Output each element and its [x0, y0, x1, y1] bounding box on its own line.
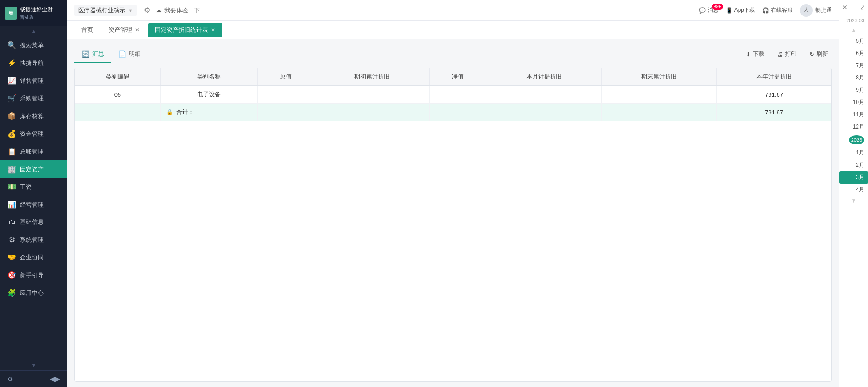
collapse-icon[interactable]: ◀▶: [50, 375, 60, 382]
sidebar-item-newbie[interactable]: 🎯 新手引导: [0, 266, 67, 284]
tab-deprreport-close[interactable]: ✕: [211, 27, 215, 33]
basicinfo-icon: 🗂: [7, 218, 16, 226]
tab-assetmgmt-close[interactable]: ✕: [135, 27, 139, 33]
date-item-11[interactable]: 11月: [839, 109, 868, 121]
total-icon: 🔒: [166, 109, 173, 115]
content-area: 🔄 汇总 📄 明细 ⬇ 下载 🖨 打印 ↻ 刷新: [67, 39, 839, 387]
user-menu[interactable]: 人 畅捷通: [800, 4, 832, 17]
company-dropdown-arrow: ▼: [128, 8, 133, 13]
cell-accum-end: [601, 86, 716, 104]
col-net: 净值: [429, 68, 486, 86]
cell-net: [429, 86, 486, 104]
sub-tab-detail[interactable]: 📄 明细: [111, 46, 148, 63]
payroll-icon: 💵: [7, 183, 16, 191]
topbar-right: 💬 消息 99+ 📱 App下载 🎧 在线客服 人 畅捷通: [699, 4, 832, 17]
sidebar-item-payroll[interactable]: 💵 工资: [0, 178, 67, 196]
online-service-btn[interactable]: 🎧 在线客服: [762, 6, 793, 14]
refresh-btn[interactable]: ↻ 刷新: [806, 48, 832, 60]
sidebar-item-search[interactable]: 🔍 搜索菜单: [0, 36, 67, 54]
date-year-label: 2023.03: [839, 15, 868, 25]
print-btn[interactable]: 🖨 打印: [774, 48, 800, 60]
sub-tab-summary[interactable]: 🔄 汇总: [74, 46, 111, 63]
search-icon: 🔍: [7, 41, 16, 50]
sidebar-item-finance[interactable]: 💰 资金管理: [0, 125, 67, 143]
date-nav-up[interactable]: ▲: [839, 25, 868, 35]
avatar: 人: [800, 4, 813, 17]
sidebar: 畅 畅捷通好业财 普及版 ▲ 🔍 搜索菜单 ⚡ 快捷导航 📈 销售管理 🛒 采购…: [0, 0, 67, 387]
newbie-icon: 🎯: [7, 271, 16, 279]
date-item-7[interactable]: 7月: [839, 60, 868, 72]
cell-accum-start: [314, 86, 429, 104]
date-item-10[interactable]: 10月: [839, 96, 868, 109]
sidebar-item-appcenter[interactable]: 🧩 应用中心: [0, 284, 67, 302]
tab-assetmgmt[interactable]: 资产管理 ✕: [102, 23, 146, 37]
date-item-3[interactable]: 3月: [839, 171, 868, 184]
year-circle: 2023: [849, 135, 864, 144]
total-annual-depr: 791.67: [717, 104, 831, 121]
total-row: 🔒 合计： 791.67: [75, 104, 831, 121]
total-label: 🔒 合计：: [160, 104, 257, 121]
app-download-btn[interactable]: 📱 App下载: [726, 6, 755, 14]
sidebar-item-inventory[interactable]: 📦 库存核算: [0, 107, 67, 125]
col-annual-depr: 本年计提折旧: [717, 68, 831, 86]
sidebar-nav: 🔍 搜索菜单 ⚡ 快捷导航 📈 销售管理 🛒 采购管理 📦 库存核算 💰 资金管…: [0, 36, 67, 360]
tab-deprreport-label: 固定资产折旧统计表: [155, 26, 208, 34]
sidebar-item-quicknav[interactable]: ⚡ 快捷导航: [0, 54, 67, 72]
messages-btn[interactable]: 💬 消息 99+: [699, 6, 719, 14]
tab-home-label: 首页: [81, 26, 93, 34]
sales-icon: 📈: [7, 76, 16, 85]
date-nav-down[interactable]: ▼: [839, 196, 868, 206]
logo-icon: 畅: [5, 7, 17, 20]
date-item-2[interactable]: 2月: [839, 159, 868, 171]
sidebar-footer: ⚙ ◀▶: [0, 370, 67, 387]
company-selector[interactable]: 医疗器械行业演示 ▼: [74, 5, 137, 16]
cell-monthly-depr: [486, 86, 601, 104]
sidebar-item-sysmanage[interactable]: ⚙ 系统管理: [0, 231, 67, 248]
topbar-gear-icon[interactable]: ⚙: [144, 6, 150, 15]
sidebar-item-operations[interactable]: 📊 经营管理: [0, 196, 67, 213]
date-item-5[interactable]: 5月: [839, 35, 868, 47]
refresh-btn-icon: ↻: [809, 51, 814, 58]
side-panel-expand-icon[interactable]: ⤢: [860, 4, 865, 11]
inventory-icon: 📦: [7, 112, 16, 120]
tab-home[interactable]: 首页: [74, 23, 100, 37]
purchase-icon: 🛒: [7, 94, 16, 103]
app-version: 普及版: [20, 14, 53, 20]
year-badge[interactable]: 2023: [839, 133, 868, 147]
col-name: 类别名称: [160, 68, 257, 86]
logo-text: 畅捷通好业财: [20, 6, 53, 14]
side-panel-close-icon[interactable]: ✕: [842, 4, 848, 11]
sidebar-item-ledger[interactable]: 📋 总账管理: [0, 143, 67, 160]
summary-tab-icon: 🔄: [82, 50, 89, 58]
experience-icon: ☁: [156, 7, 162, 14]
topbar: 医疗器械行业演示 ▼ ⚙ ☁ 我要体验一下 💬 消息 99+ 📱 App下载 🎧…: [67, 0, 839, 21]
sidebar-item-sales[interactable]: 📈 销售管理: [0, 72, 67, 89]
date-item-6[interactable]: 6月: [839, 47, 868, 60]
ledger-icon: 📋: [7, 147, 16, 156]
sidebar-item-purchase[interactable]: 🛒 采购管理: [0, 89, 67, 107]
table-row: 05 电子设备 791.67: [75, 86, 831, 104]
experience-btn[interactable]: ☁ 我要体验一下: [156, 6, 200, 15]
message-icon: 💬: [699, 7, 706, 14]
date-item-8[interactable]: 8月: [839, 72, 868, 84]
side-panel-header: ✕ ⤢: [839, 0, 868, 15]
table-header-row: 类别编码 类别名称 原值 期初累计折旧 净值 本月计提折旧 期末累计折旧 本年计…: [75, 68, 831, 86]
date-item-4[interactable]: 4月: [839, 184, 868, 196]
settings-icon[interactable]: ⚙: [7, 375, 13, 382]
date-item-12[interactable]: 12月: [839, 121, 868, 133]
col-original: 原值: [257, 68, 314, 86]
tab-deprreport[interactable]: 固定资产折旧统计表 ✕: [148, 23, 222, 37]
finance-icon: 💰: [7, 129, 16, 138]
cell-annual-depr: 791.67: [717, 86, 831, 104]
download-btn[interactable]: ⬇ 下载: [742, 48, 768, 60]
sidebar-item-fixedassets[interactable]: 🏢 固定资产: [0, 160, 67, 178]
date-item-1[interactable]: 1月: [839, 147, 868, 159]
service-icon: 🎧: [762, 7, 769, 14]
date-item-9[interactable]: 9月: [839, 84, 868, 96]
sidebar-item-collab[interactable]: 🤝 企业协同: [0, 248, 67, 266]
col-code: 类别编码: [75, 68, 160, 86]
sidebar-item-basicinfo[interactable]: 🗂 基础信息: [0, 213, 67, 231]
appcenter-icon: 🧩: [7, 288, 16, 297]
operations-icon: 📊: [7, 200, 16, 209]
cell-name: 电子设备: [160, 86, 257, 104]
